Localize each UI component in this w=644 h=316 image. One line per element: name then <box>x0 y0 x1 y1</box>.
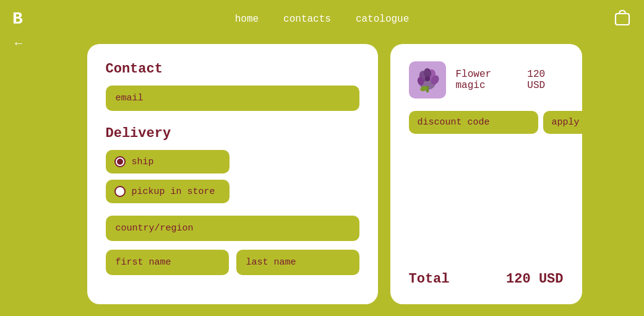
navbar: B home contacts catologue <box>0 0 644 38</box>
logo: B <box>12 9 37 29</box>
pickup-option[interactable]: pickup in store <box>106 180 230 203</box>
discount-input[interactable] <box>409 111 538 134</box>
right-panel: Flower magic 120 USD apply Total 120 USD <box>390 44 582 304</box>
total-value: 120 USD <box>506 271 563 287</box>
name-row <box>106 250 359 275</box>
discount-row: apply <box>409 111 564 134</box>
nav-catalogue-link[interactable]: catologue <box>356 14 409 25</box>
apply-button[interactable]: apply <box>543 111 588 134</box>
contact-title: Contact <box>106 61 359 77</box>
ship-radio[interactable] <box>114 156 126 167</box>
last-name-input[interactable] <box>236 250 359 275</box>
nav-links: home contacts catologue <box>235 14 410 25</box>
delivery-title: Delivery <box>106 126 359 141</box>
total-label: Total <box>409 271 450 287</box>
nav-contacts-link[interactable]: contacts <box>283 14 331 25</box>
main-content: Contact Delivery ship pickup in store <box>0 38 644 316</box>
ship-label: ship <box>132 157 154 167</box>
left-panel: Contact Delivery ship pickup in store <box>87 44 378 304</box>
svg-rect-0 <box>616 14 629 25</box>
pickup-label: pickup in store <box>132 187 215 197</box>
delivery-section: Delivery ship pickup in store <box>106 126 359 203</box>
first-name-input[interactable] <box>106 250 229 275</box>
address-section <box>106 216 359 275</box>
cart-icon[interactable] <box>613 7 632 30</box>
email-input[interactable] <box>106 86 359 111</box>
product-row: Flower magic 120 USD <box>409 61 564 99</box>
product-price: 120 USD <box>527 69 563 91</box>
back-button[interactable]: ← <box>12 36 25 50</box>
total-row: Total 120 USD <box>409 259 564 287</box>
product-name: Flower magic <box>456 69 518 91</box>
svg-point-7 <box>425 76 430 81</box>
ship-option[interactable]: ship <box>106 150 230 173</box>
country-input[interactable] <box>106 216 359 241</box>
pickup-radio[interactable] <box>114 186 126 197</box>
ship-radio-inner <box>117 159 123 165</box>
nav-home-link[interactable]: home <box>235 14 259 25</box>
product-image <box>409 61 446 99</box>
